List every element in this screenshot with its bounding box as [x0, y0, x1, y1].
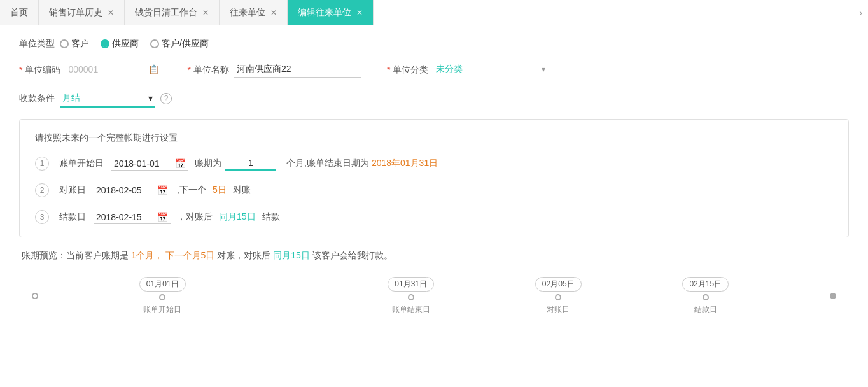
unit-code-group: * 单位编码 📋 — [19, 63, 162, 76]
step-3-suffix-pre: ，对账后 — [177, 211, 213, 223]
tab-sales-history-close[interactable]: ✕ — [108, 8, 114, 17]
timeline-label-1: 账单开始日 — [143, 304, 181, 315]
payment-terms-help[interactable]: ? — [160, 93, 172, 104]
preview-part1: 1个月， — [131, 250, 163, 260]
tab-sales-history-label: 销售订单历史 — [49, 7, 102, 18]
timeline-label-2: 账单结束日 — [392, 304, 430, 315]
tab-cash-work[interactable]: 钱货日清工作台 ✕ — [125, 0, 220, 25]
tab-counterparty-close[interactable]: ✕ — [270, 8, 277, 17]
tab-home[interactable]: 首页 — [0, 0, 39, 25]
timeline-point-4: 02月15日 结款日 — [682, 277, 729, 315]
unit-name-group: * 单位名称 — [187, 62, 361, 78]
tab-edit-counterparty[interactable]: 编辑往来单位 ✕ — [288, 0, 374, 25]
tab-home-label: 首页 — [10, 7, 28, 18]
timeline-dot-3 — [555, 294, 561, 300]
step-2-date-input[interactable] — [96, 185, 153, 195]
unit-code-star: * — [19, 65, 22, 75]
unit-category-select[interactable]: 未分类 ▾ — [433, 61, 548, 78]
payment-terms-row: 收款条件 月结 ▾ ? — [19, 90, 849, 108]
preview-label: 账期预览：当前客户账期是 — [22, 250, 129, 260]
step-1-suffix-post: 个月,账单结束日期为 — [286, 158, 369, 169]
step-1-row: 1 账单开始日 📅 账期为 个月,账单结束日期为 2018年01月31日 — [35, 157, 833, 171]
tab-cash-work-close[interactable]: ✕ — [202, 8, 209, 17]
copy-icon[interactable]: 📋 — [148, 64, 159, 74]
tab-edit-counterparty-close[interactable]: ✕ — [356, 8, 363, 17]
unit-name-label: 单位名称 — [193, 64, 229, 76]
radio-supplier-circle — [101, 39, 109, 48]
unit-fields-row: * 单位编码 📋 * 单位名称 * 单位分类 未分类 ▾ — [19, 61, 849, 78]
radio-customer[interactable]: 客户 — [60, 38, 89, 50]
unit-category-star: * — [387, 65, 390, 75]
step-3-number: 3 — [35, 210, 49, 224]
timeline-badge-1: 01月01日 — [139, 277, 186, 292]
timeline-dot-1 — [159, 294, 165, 300]
radio-both[interactable]: 客户/供应商 — [150, 38, 209, 50]
radio-both-circle — [150, 39, 159, 48]
step-1-date-input[interactable] — [114, 158, 171, 169]
step-1-number: 1 — [35, 157, 49, 171]
step-3-highlight: 同月15日 — [219, 211, 256, 223]
timeline-badge-3: 02月05日 — [535, 277, 582, 292]
step-3-date-input[interactable] — [96, 212, 153, 222]
timeline-start-dot — [32, 293, 38, 299]
unit-code-input[interactable] — [68, 64, 144, 74]
timeline-badge-4: 02月15日 — [682, 277, 729, 292]
payment-terms-label: 收款条件 — [19, 93, 55, 104]
step-1-label: 账单开始日 — [59, 158, 104, 169]
preview-part2: 下一个月5日 — [165, 250, 215, 260]
page-content: 单位类型 客户 供应商 客户/供应商 * 单位编码 📋 — [0, 25, 868, 387]
preview-part3: 对账，对账后 — [217, 250, 270, 260]
radio-supplier[interactable]: 供应商 — [101, 38, 139, 50]
tab-counterparty[interactable]: 往来单位 ✕ — [220, 0, 288, 25]
unit-category-value: 未分类 — [436, 64, 538, 75]
unit-category-label: 单位分类 — [393, 64, 428, 76]
unit-code-label: 单位编码 — [25, 64, 60, 76]
payment-terms-chevron: ▾ — [148, 93, 153, 103]
radio-customer-label: 客户 — [71, 38, 89, 50]
step-3-date-field: 📅 — [94, 211, 171, 224]
tabs-bar: 首页 销售订单历史 ✕ 钱货日清工作台 ✕ 往来单位 ✕ 编辑往来单位 ✕ › — [0, 0, 868, 25]
period-input[interactable] — [225, 157, 276, 171]
unit-type-row: 单位类型 客户 供应商 客户/供应商 — [19, 38, 849, 50]
timeline-end-dot — [830, 293, 836, 299]
step-1-calendar-icon[interactable]: 📅 — [175, 158, 186, 169]
step-2-label: 对账日 — [59, 185, 86, 196]
timeline-label-3: 对账日 — [547, 304, 570, 315]
tab-edit-counterparty-label: 编辑往来单位 — [298, 7, 351, 18]
step-2-number: 2 — [35, 183, 49, 197]
timeline-dot-4 — [703, 294, 709, 300]
step-2-highlight: 5日 — [213, 185, 227, 196]
tab-sales-history[interactable]: 销售订单历史 ✕ — [39, 0, 125, 25]
tabs-overflow-button[interactable]: › — [853, 0, 868, 25]
step-3-calendar-icon[interactable]: 📅 — [157, 212, 168, 222]
unit-type-radio-group: 客户 供应商 客户/供应商 — [60, 38, 209, 50]
radio-supplier-label: 供应商 — [112, 38, 139, 50]
step-1-suffix-pre: 账期为 — [195, 158, 221, 169]
unit-code-field: 📋 — [66, 63, 162, 76]
payment-terms-select[interactable]: 月结 ▾ — [60, 90, 155, 108]
step-3-suffix-post: 结款 — [262, 211, 280, 223]
unit-category-chevron: ▾ — [542, 65, 545, 74]
timeline-point-3: 02月05日 对账日 — [535, 277, 582, 315]
radio-customer-circle — [60, 39, 69, 48]
tab-counterparty-label: 往来单位 — [230, 7, 265, 18]
unit-type-label: 单位类型 — [19, 38, 55, 50]
step-3-label: 结款日 — [59, 211, 86, 223]
timeline-point-2: 01月31日 账单结束日 — [388, 277, 434, 315]
unit-name-star: * — [187, 65, 190, 75]
timeline: 01月01日 账单开始日 01月31日 账单结束日 02月05日 对账日 02月… — [19, 277, 849, 315]
unit-category-group: * 单位分类 未分类 ▾ — [387, 61, 548, 78]
section-description: 请按照未来的一个完整帐期进行设置 — [35, 132, 833, 144]
billing-section: 请按照未来的一个完整帐期进行设置 1 账单开始日 📅 账期为 个月,账单结束日期… — [19, 119, 849, 237]
tab-cash-work-label: 钱货日清工作台 — [135, 7, 197, 18]
step-2-suffix-pre: ,下一个 — [177, 185, 206, 196]
timeline-label-4: 结款日 — [694, 304, 717, 315]
step-1-date-field: 📅 — [111, 157, 188, 171]
step-2-row: 2 对账日 📅 ,下一个 5日 对账 — [35, 183, 833, 197]
preview-section: 账期预览：当前客户账期是 1个月， 下一个月5日 对账，对账后 同月15日 该客… — [19, 250, 849, 262]
step-2-suffix-post: 对账 — [233, 185, 251, 196]
unit-name-input[interactable] — [234, 62, 361, 78]
timeline-badge-2: 01月31日 — [388, 277, 434, 292]
payment-terms-value: 月结 — [62, 92, 148, 104]
step-2-calendar-icon[interactable]: 📅 — [157, 185, 168, 195]
